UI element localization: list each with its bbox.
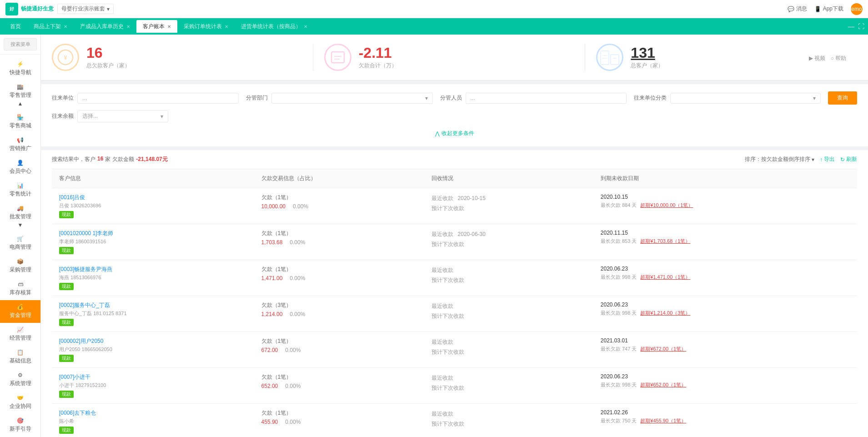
sidebar-item-enterprise-coop[interactable]: 🤝 企业协同 — [0, 391, 40, 414]
store-selector[interactable]: 母婴行业演示账套 ▾ — [57, 4, 114, 14]
tag-xian-2: 现款 — [59, 283, 74, 290]
tab-customer-account[interactable]: 客户账本 ✕ — [136, 20, 177, 33]
tab-goods-close[interactable]: ✕ — [64, 24, 67, 29]
customer-name-3[interactable]: [0002]服务中心_丁磊 — [59, 302, 110, 308]
td-collect-status-1: 最近收款 2020-06-30 预计下次收款 — [424, 224, 593, 260]
customer-name-1[interactable]: [0001020000 1]李老师 — [59, 230, 113, 236]
batch-mgmt-icon: 🚚 — [17, 205, 24, 211]
debt-amount-info: -2.11 欠款合计（万） — [359, 45, 397, 70]
customer-sub-4: 用户2050 18665062050 — [59, 346, 247, 353]
td-debt-info-6: 欠款（1笔） 455.90 0.00% — [254, 404, 424, 437]
app-name: 畅捷通好生意 — [21, 5, 54, 13]
customer-name-0[interactable]: [0016]吕俊 — [59, 194, 85, 201]
sidebar-item-retail-mgmt[interactable]: 🏬 零售管理 ▲ — [0, 80, 40, 111]
collapse-btn[interactable]: ⋀ 收起更多条件 — [433, 128, 476, 139]
sidebar-item-basic-info[interactable]: 📋 基础信息 — [0, 346, 40, 368]
overdue-amount-link-2[interactable]: 超期¥1,471.00（1笔） — [640, 274, 690, 281]
tag-xian-5: 现款 — [59, 391, 74, 398]
sidebar-item-finance[interactable]: 💰 资金管理 — [0, 300, 40, 323]
td-collect-status-5: 最近收款 预计下次收款 — [424, 368, 593, 404]
department-select-container[interactable]: ▾ — [271, 93, 433, 104]
sidebar-item-batch-mgmt[interactable]: 🚚 批发管理 ▼ — [0, 201, 40, 232]
department-label: 分管部门 — [246, 94, 268, 102]
search-menu-btn[interactable]: 搜索菜单 — [4, 38, 37, 50]
refresh-btn[interactable]: ↻ 刷新 — [840, 156, 857, 163]
help-btn[interactable]: ○ 帮助 — [831, 55, 846, 62]
logo-icon: 好 — [5, 3, 18, 15]
sidebar-item-retail-shop[interactable]: 🏪 零售商城 — [0, 111, 40, 133]
tab-purchase-order-close[interactable]: ✕ — [225, 24, 228, 29]
new-guide-label: 新手引导 — [10, 425, 31, 433]
from-unit-input-container[interactable]: ... — [77, 93, 239, 104]
debt-ratio-6: 0.00% — [285, 419, 301, 425]
table-row: [000002]用户2050 用户2050 18665062050 现款 欠款（… — [52, 332, 857, 368]
filter-group-manager: 分管人员 ... — [440, 93, 627, 104]
overdue-amount-link-3[interactable]: 超期¥1,214.00（3笔） — [640, 310, 690, 316]
tab-customer-account-close[interactable]: ✕ — [167, 24, 171, 29]
sidebar-item-new-guide[interactable]: 🎯 新手引导 — [0, 414, 40, 437]
debt-count-3: 欠款（3笔） — [261, 301, 417, 309]
td-debt-info-3: 欠款（3笔） 1,214.00 0.00% — [254, 296, 424, 332]
remaining-select-container[interactable]: 选择... ▾ — [77, 110, 168, 122]
user-avatar[interactable]: demo2 — [851, 3, 863, 15]
search-button[interactable]: 查询 — [828, 91, 857, 105]
overdue-amount-link-1[interactable]: 超期¥1,703.68（1笔） — [640, 238, 690, 245]
tab-goods[interactable]: 商品上下架 ✕ — [27, 20, 74, 33]
results-debt-amount: -21,148.07元 — [136, 156, 167, 163]
results-count-unit: 家 — [105, 156, 110, 163]
latest-collect-label-1: 最近收款 — [431, 231, 453, 237]
overdue-days-5: 最长欠款 998 天 — [601, 382, 637, 388]
tab-product-history[interactable]: 产成品入库单历史 ✕ — [74, 20, 136, 33]
debt-customers-info: 16 总欠款客户（家） — [86, 45, 130, 70]
sidebar-item-ops[interactable]: 📈 经营管理 — [0, 323, 40, 346]
unit-category-select-container[interactable]: ▾ — [670, 93, 821, 104]
customer-name-4[interactable]: [000002]用户2050 — [59, 338, 103, 344]
td-debt-info-2: 欠款（1笔） 1,471.00 0.00% — [254, 260, 424, 296]
ecommerce-label: 电商管理 — [10, 243, 31, 251]
nav-minimize-btn[interactable]: — — [848, 23, 854, 30]
tab-purchase-stat-close[interactable]: ✕ — [304, 24, 307, 29]
sort-btn[interactable]: 排序：按欠款金额倒序排序 ▾ — [745, 156, 814, 163]
next-collect-label-2: 预计下次收款 — [431, 277, 464, 283]
manager-input-container[interactable]: ... — [466, 93, 627, 104]
app-download-btn[interactable]: 📱 App下载 — [814, 5, 843, 13]
message-btn[interactable]: 💬 消息 — [788, 5, 807, 13]
sidebar-item-retail-stat[interactable]: 📊 零售统计 — [0, 179, 40, 201]
sidebar-item-sys-mgmt[interactable]: ⚙ 系统管理 — [0, 368, 40, 391]
total-customers-icon — [596, 44, 623, 71]
tab-home[interactable]: 首页 — [4, 23, 27, 30]
tab-purchase-stat[interactable]: 进货单统计表（按商品） ✕ — [235, 20, 314, 33]
filter-group-from-unit: 往来单位 ... — [52, 93, 239, 104]
sidebar-item-marketing[interactable]: 📢 营销推广 — [0, 133, 40, 156]
sidebar-item-quick-nav[interactable]: ⚡ 快捷导航 — [0, 57, 40, 80]
sidebar-item-ecommerce[interactable]: 🛒 电商管理 — [0, 232, 40, 255]
overdue-date-2: 2020.06.23 — [601, 266, 850, 272]
tab-product-history-close[interactable]: ✕ — [126, 24, 130, 29]
td-customer-info-0: [0016]吕俊 吕俊 13026203696 现款 — [52, 188, 254, 224]
customer-name-5[interactable]: [0007]小进干 — [59, 374, 90, 380]
basic-info-icon: 📋 — [17, 349, 24, 356]
from-unit-dots: ... — [82, 95, 87, 101]
export-btn[interactable]: ↑ 导出 — [820, 156, 835, 163]
th-overdue-date: 到期未收款日期 — [593, 169, 857, 188]
overdue-amount-link-6[interactable]: 超期¥455.90（1笔） — [640, 417, 686, 424]
collect-info-6: 最近收款 预计下次收款 — [431, 409, 586, 429]
nav-maximize-btn[interactable]: ⛶ — [858, 23, 864, 30]
debt-amount-5: 652.00 — [261, 383, 278, 389]
stats-row: ¥ 16 总欠款客户（家） -2.11 欠款合计（万） — [41, 35, 868, 80]
overdue-amount-link-0[interactable]: 超期¥10,000.00（1笔） — [640, 202, 693, 209]
unit-category-arrow-icon: ▾ — [813, 95, 816, 101]
overdue-amount-link-4[interactable]: 超期¥672.00（1笔） — [640, 346, 686, 352]
debt-amount-icon — [324, 44, 351, 71]
view-video-btn[interactable]: ▶ 视频 — [809, 55, 825, 62]
overdue-amount-link-5[interactable]: 超期¥652.00（1笔） — [640, 382, 686, 388]
next-collect-label-5: 预计下次收款 — [431, 385, 464, 391]
customer-name-6[interactable]: [0006]去下粮仓 — [59, 410, 96, 416]
table-row: [0003]畅捷服务尹海燕 海燕 18513066976 现款 欠款（1笔） 1… — [52, 260, 857, 296]
sidebar-item-inventory[interactable]: 🗃 库存核算 — [0, 277, 40, 300]
sidebar-item-member[interactable]: 👤 会员中心 — [0, 156, 40, 179]
sidebar-item-purchase[interactable]: 📦 采购管理 — [0, 255, 40, 277]
tab-purchase-order[interactable]: 采购订单统计表 ✕ — [177, 20, 235, 33]
nav-actions: — ⛶ — [848, 23, 864, 30]
customer-name-2[interactable]: [0003]畅捷服务尹海燕 — [59, 266, 112, 272]
